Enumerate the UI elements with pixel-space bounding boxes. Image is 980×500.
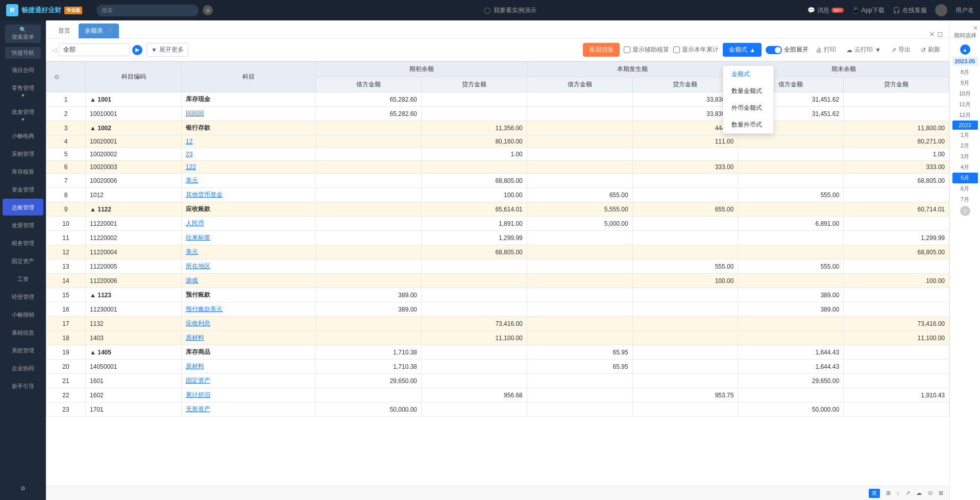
sidebar-item-guide[interactable]: 新手引导 [3, 377, 43, 394]
dropdown-item-foreign-amount[interactable]: 外币金额式 [723, 100, 773, 116]
cell-no: 11 [46, 231, 86, 245]
cell-subject[interactable]: 其他货币资金 [182, 188, 316, 202]
sidebar-settings-btn[interactable]: ⚙ [3, 481, 43, 496]
panel-close-btn[interactable]: ✕ [973, 25, 980, 32]
period-2[interactable]: 2月 [952, 140, 978, 151]
bottom-icon-3[interactable]: ↗ [905, 490, 910, 496]
sidebar-item-tax[interactable]: 税务管理 [3, 234, 43, 251]
cell-subject[interactable]: 原材料 [182, 331, 316, 345]
sidebar-item-basic[interactable]: 基础信息 [3, 324, 43, 341]
bottom-icon-2[interactable]: ↑ [897, 490, 900, 496]
expand-more-btn[interactable]: ▼ 展开更多 [146, 43, 188, 57]
app-download-btn[interactable]: 📱 App下载 [852, 6, 885, 15]
return-old-btn[interactable]: 退回旧版 [583, 43, 620, 57]
sidebar-item-collab[interactable]: 企业协同 [3, 360, 43, 376]
cell-cb-debit [738, 388, 844, 402]
dropdown-item-amount[interactable]: 金额式 [723, 66, 773, 83]
cell-subject[interactable]: 无形资产 [182, 402, 316, 417]
cell-subject[interactable]: 12 [182, 135, 316, 148]
sidebar-item-ecommerce[interactable]: 小畅电商 [3, 127, 43, 144]
cell-subject[interactable]: 游戏 [182, 274, 316, 288]
period-9[interactable]: 9月 [952, 78, 978, 88]
tab-balance[interactable]: 余额表 ✕ [79, 23, 119, 38]
cell-subject[interactable]: 美元 [182, 245, 316, 259]
sidebar-item-invoice[interactable]: 发票管理 [3, 217, 43, 233]
bottom-icon-5[interactable]: ⊙ [928, 490, 933, 496]
cell-subject[interactable]: 122 [182, 161, 316, 174]
table-settings-icon[interactable]: ⚙ [51, 71, 63, 83]
ytd-checkbox[interactable] [673, 46, 680, 53]
sidebar-item-inventory[interactable]: 库存核算 [3, 163, 43, 180]
bottom-icon-4[interactable]: ☁ [916, 490, 922, 496]
period-1[interactable]: 1月 [952, 130, 978, 140]
view-mode-btn[interactable]: 金额式 ▲ [723, 43, 762, 57]
sidebar-item-project[interactable]: 项目合同 [3, 61, 43, 78]
period-6[interactable]: 6月 [952, 183, 978, 194]
period-5[interactable]: 5月 [952, 173, 978, 183]
sidebar-item-capital[interactable]: 资金管理 [3, 181, 43, 198]
period-12[interactable]: 12月 [952, 110, 978, 121]
cell-cp-credit: 333.00 [632, 161, 738, 174]
period-3[interactable]: 3月 [952, 151, 978, 162]
cell-subject[interactable]: 人民币 [182, 217, 316, 231]
prev-icon[interactable]: ◁ [52, 46, 57, 54]
period-4[interactable]: 4月 [952, 162, 978, 173]
demo-link[interactable]: 我要看实例演示 [494, 6, 536, 15]
cell-subject[interactable]: 回回回 [182, 107, 316, 121]
export-btn[interactable]: ↗ 导出 [888, 43, 914, 56]
expand-all-toggle[interactable]: 全部展开 [766, 45, 808, 54]
period-7[interactable]: 7月 [952, 194, 978, 205]
sidebar-item-system[interactable]: 系统管理 [3, 342, 43, 359]
sidebar-item-wholesale[interactable]: 批发管理 ▼ [3, 103, 43, 126]
settings-top-icon[interactable]: ⚙ [203, 5, 213, 15]
cell-subject[interactable]: 应收利息 [182, 317, 316, 331]
cell-ob-credit: 956.68 [422, 388, 527, 402]
cell-subject[interactable]: 固定资产 [182, 374, 316, 388]
sidebar-item-operation[interactable]: 经营管理 [3, 288, 43, 305]
sidebar-item-assets[interactable]: 固定资产 [3, 252, 43, 269]
dropdown-item-qty-amount[interactable]: 数量金额式 [723, 83, 773, 100]
toggle-switch[interactable] [766, 46, 782, 54]
tab-window-close[interactable]: ✕ [929, 30, 935, 38]
refresh-btn[interactable]: ↺ 刷新 [918, 43, 943, 56]
cell-subject[interactable]: 所在地区 [182, 259, 316, 274]
auxiliary-checkbox[interactable] [624, 46, 630, 53]
cell-subject[interactable]: 原材料 [182, 360, 316, 374]
print-btn[interactable]: 🖨 打印 [813, 43, 839, 56]
cell-subject[interactable]: 23 [182, 148, 316, 161]
sidebar-item-ledger[interactable]: 总账管理 [3, 199, 43, 216]
expand-icon: ▼ [151, 46, 157, 54]
cell-subject[interactable]: 往来标签 [182, 231, 316, 245]
sidebar-search-btn[interactable]: 🔍 搜索菜单 [5, 25, 41, 43]
cell-subject[interactable]: 累计折旧 [182, 388, 316, 402]
sidebar-item-salary[interactable]: 工资 [3, 270, 43, 287]
period-down-btn[interactable]: ▽ [960, 206, 970, 216]
sidebar-item-retail[interactable]: 零售管理 ▼ [3, 79, 43, 102]
sidebar-item-expense[interactable]: 小畅报销 [3, 306, 43, 323]
tab-close-icon[interactable]: ✕ [108, 27, 113, 34]
period-year-2023[interactable]: 2023 [952, 121, 978, 130]
period-8[interactable]: 8月 [952, 67, 978, 78]
lang-switch-btn[interactable]: 英 [869, 489, 880, 498]
period-10[interactable]: 10月 [952, 88, 978, 99]
bottom-icon-1[interactable]: ⊞ [886, 490, 891, 496]
sidebar-item-purchase[interactable]: 采购管理 [3, 145, 43, 162]
user-avatar[interactable] [935, 4, 947, 16]
dropdown-item-qty-foreign[interactable]: 数量外币式 [723, 116, 773, 133]
cell-no: 2 [46, 107, 86, 121]
cell-subject[interactable]: 美元 [182, 174, 316, 188]
tab-home[interactable]: 首页 [52, 23, 77, 38]
online-service-btn[interactable]: 🎧 在线客服 [893, 6, 927, 15]
sidebar-quicknav-btn[interactable]: 快捷导航 [5, 47, 41, 59]
cloud-print-btn[interactable]: ☁ 云打印 ▼ [843, 43, 884, 56]
message-btn[interactable]: 💬 消息 99+ [807, 6, 843, 15]
search-input-box[interactable]: 全部 [59, 43, 130, 56]
cell-cb-credit: 1,910.43 [844, 388, 949, 402]
period-up-btn[interactable]: ▲ [960, 44, 970, 55]
cell-subject[interactable]: 预付账款美元 [182, 302, 316, 317]
period-2023-05-start[interactable]: 2023.05 [952, 57, 978, 66]
tab-maximize[interactable]: ⊡ [937, 30, 943, 38]
bottom-icon-6[interactable]: ⊞ [939, 490, 943, 496]
search-arrow-btn[interactable]: ▶ [132, 45, 142, 55]
period-11[interactable]: 11月 [952, 99, 978, 110]
